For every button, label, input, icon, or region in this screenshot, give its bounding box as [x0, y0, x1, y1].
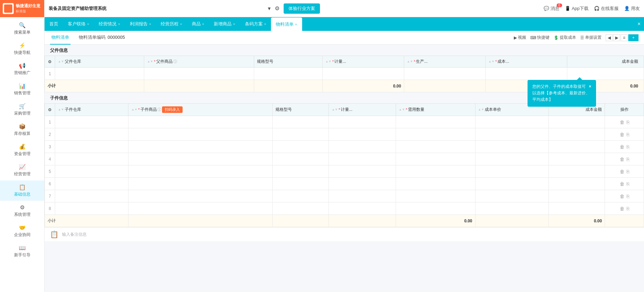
sidebar-item-inventory[interactable]: 📦 库存核算 — [0, 120, 44, 140]
child-measure-sort[interactable]: ▲▼ — [332, 108, 338, 111]
child-row-5-spec[interactable] — [273, 165, 329, 178]
child-row-3-product[interactable] — [128, 141, 273, 153]
nav-list[interactable]: ≡ — [621, 34, 628, 41]
sidebar-item-purchase[interactable]: 🛒 采购管理 — [0, 100, 44, 120]
child-row-7-unitcost[interactable] — [475, 190, 548, 202]
delete-icon-5[interactable]: 🗑 — [620, 169, 624, 174]
sidebar-item-sales[interactable]: 📊 销售管理 — [0, 79, 44, 100]
parent-row-1-spec[interactable] — [254, 68, 323, 80]
delete-icon-6[interactable]: 🗑 — [620, 181, 624, 187]
child-row-7-measure[interactable] — [329, 190, 396, 202]
child-row-8-warehouse[interactable] — [55, 202, 128, 215]
sidebar-item-guide[interactable]: 📖 新手引导 — [0, 241, 44, 261]
child-row-5-warehouse[interactable] — [55, 165, 128, 178]
child-row-2-spec[interactable] — [273, 128, 329, 141]
delete-icon-1[interactable]: 🗑 — [620, 119, 624, 125]
parent-row-1-measure[interactable] — [322, 68, 404, 80]
parent-warehouse-sort[interactable]: ▲▼ — [58, 60, 64, 63]
scan-button[interactable]: 扫码录入 — [162, 106, 183, 113]
child-row-2-warehouse[interactable] — [55, 128, 128, 141]
parent-row-1-product[interactable] — [144, 68, 254, 80]
child-gear-icon[interactable]: ⚙ — [48, 107, 52, 112]
tab-newproduct-close[interactable]: × — [233, 22, 235, 26]
message-btn[interactable]: 💬 消息 6 — [544, 5, 559, 12]
tooltip-close-btn[interactable]: × — [589, 83, 591, 90]
child-product-sort[interactable]: ▲▼ — [131, 108, 137, 111]
child-row-1-measure[interactable] — [329, 116, 396, 128]
tab-newproduct[interactable]: 新增商品 × — [209, 17, 240, 31]
delete-icon-3[interactable]: 🗑 — [620, 144, 624, 150]
parent-row-1-warehouse[interactable] — [55, 68, 144, 80]
tab-barcode[interactable]: 条码方案 × — [240, 17, 271, 31]
child-row-3-warehouse[interactable] — [55, 141, 128, 153]
bottom-bar-label[interactable]: 输入备注信息 — [62, 232, 87, 237]
tab-operation[interactable]: 经营情况 × — [94, 17, 125, 31]
parent-cost-sort[interactable]: ▲▼ — [488, 60, 495, 63]
child-warehouse-sort[interactable]: ▲▼ — [58, 108, 64, 111]
child-row-7-spec[interactable] — [273, 190, 329, 202]
tab-bom[interactable]: 物料清单 × — [271, 17, 302, 31]
child-row-6-warehouse[interactable] — [55, 178, 128, 190]
copy-icon-8[interactable]: ⎘ — [627, 206, 629, 211]
sidebar-item-quicknav[interactable]: ⚡ 快捷导航 — [0, 39, 44, 59]
child-row-4-unitcost[interactable] — [475, 153, 548, 165]
sidebar-item-system[interactable]: ⚙ 系统管理 — [0, 201, 44, 221]
child-row-6-product[interactable] — [128, 178, 273, 190]
child-row-8-measure[interactable] — [329, 202, 396, 215]
sidebar-item-ops[interactable]: 📈 经营管理 — [0, 160, 44, 180]
app-download-btn[interactable]: 📱 App下载 — [565, 5, 589, 12]
child-row-7-qty[interactable] — [396, 190, 475, 202]
child-row-6-measure[interactable] — [329, 178, 396, 190]
sidebar-item-finance[interactable]: 💰 资金管理 — [0, 140, 44, 160]
child-row-4-qty[interactable] — [396, 153, 475, 165]
action-extract-cost[interactable]: 💲 提取成本 — [554, 35, 576, 40]
tab-bom-close[interactable]: × — [295, 22, 297, 26]
tab-customer-close[interactable]: × — [87, 22, 89, 26]
copy-icon-2[interactable]: ⎘ — [627, 132, 629, 137]
close-all-tabs[interactable]: × — [634, 21, 644, 27]
child-row-1-qty[interactable] — [396, 116, 475, 128]
copy-icon-4[interactable]: ⎘ — [627, 156, 629, 162]
child-row-8-spec[interactable] — [273, 202, 329, 215]
delete-icon-4[interactable]: 🗑 — [620, 156, 624, 162]
system-dropdown-icon[interactable]: ▾ — [268, 5, 271, 12]
child-row-3-spec[interactable] — [273, 141, 329, 153]
delete-icon-8[interactable]: 🗑 — [620, 206, 624, 211]
tab-customer[interactable]: 客户联络 × — [63, 17, 94, 31]
action-shortcut[interactable]: ⌨ 快捷键 — [530, 35, 549, 40]
child-unitcost-sort[interactable]: ▲▼ — [478, 108, 484, 111]
child-row-3-qty[interactable] — [396, 141, 475, 153]
child-row-8-product[interactable] — [128, 202, 273, 215]
sidebar-item-search[interactable]: 🔍 搜索菜单 — [0, 19, 44, 39]
copy-icon-7[interactable]: ⎘ — [627, 194, 629, 199]
tab-operation-close[interactable]: × — [118, 22, 120, 26]
nav-prev[interactable]: ◀ — [606, 34, 612, 41]
settings-icon[interactable]: ⚙ — [275, 5, 280, 12]
tab-profit-close[interactable]: × — [149, 22, 151, 26]
child-row-5-measure[interactable] — [329, 165, 396, 178]
child-row-6-qty[interactable] — [396, 178, 475, 190]
action-view[interactable]: ▶ 视频 — [514, 35, 526, 40]
tab-barcode-close[interactable]: × — [264, 22, 266, 26]
tab-history[interactable]: 经营历程 × — [156, 17, 187, 31]
child-row-7-product[interactable] — [128, 190, 273, 202]
online-service-btn[interactable]: 🎧 在线客服 — [594, 5, 619, 12]
parent-row-1-cost[interactable] — [485, 68, 567, 80]
tab-product-close[interactable]: × — [202, 22, 204, 26]
sidebar-item-marketing[interactable]: 📢 营销推广 — [0, 59, 44, 79]
child-row-6-unitcost[interactable] — [475, 178, 548, 190]
child-row-4-warehouse[interactable] — [55, 153, 128, 165]
tab-product[interactable]: 商品 × — [187, 17, 209, 31]
child-row-4-spec[interactable] — [273, 153, 329, 165]
parent-product-sort[interactable]: ▲▼ — [147, 60, 153, 63]
child-row-1-product[interactable] — [128, 116, 273, 128]
child-row-3-measure[interactable] — [329, 141, 396, 153]
user-btn[interactable]: 👤 用友 — [624, 5, 640, 12]
sidebar-item-basicinfo[interactable]: 📋 基础信息 — [0, 180, 44, 201]
tab-home[interactable]: 首页 — [45, 17, 63, 31]
child-row-5-unitcost[interactable] — [475, 165, 548, 178]
parent-gear-icon[interactable]: ⚙ — [48, 59, 52, 64]
page-tab-bom-list[interactable]: 物料清单 — [50, 31, 71, 45]
child-row-4-product[interactable] — [128, 153, 273, 165]
delete-icon-7[interactable]: 🗑 — [620, 194, 624, 199]
